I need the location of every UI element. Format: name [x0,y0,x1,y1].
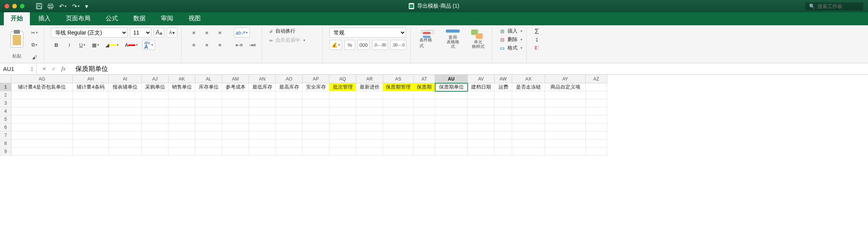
cell-AK7[interactable] [169,132,195,140]
cell-AZ1[interactable] [586,83,607,91]
cell-AJ6[interactable] [142,123,169,132]
cell-AY1[interactable]: 商品自定义项 [545,83,586,91]
font-color-button[interactable]: A▾ [123,40,140,50]
cell-AG5[interactable] [11,115,73,123]
formula-input[interactable] [72,65,868,73]
cell-AW9[interactable] [495,148,512,156]
increase-font-button[interactable]: A▴ [154,28,164,38]
cell-AY7[interactable] [545,132,586,140]
cell-styles-button[interactable]: 单元 格样式 [468,28,488,49]
cell-AJ2[interactable] [142,91,169,99]
col-header-AN[interactable]: AN [249,75,276,83]
col-header-AR[interactable]: AR [356,75,383,83]
cell-AN7[interactable] [249,132,276,140]
cell-AI6[interactable] [109,123,142,132]
cell-AS3[interactable] [383,99,414,107]
cell-AR7[interactable] [356,132,383,140]
cell-AK5[interactable] [169,115,195,123]
cell-AL5[interactable] [195,115,222,123]
cell-AY8[interactable] [545,140,586,148]
cell-AZ2[interactable] [586,91,607,99]
cell-AZ3[interactable] [586,99,607,107]
cell-AP4[interactable] [303,107,329,115]
font-size-select[interactable]: 11 [130,28,151,38]
cell-AI8[interactable] [109,140,142,148]
tab-页面布局[interactable]: 页面布局 [59,12,97,25]
underline-button[interactable]: U▾ [77,40,88,50]
cell-AK9[interactable] [169,148,195,156]
row-header-9[interactable]: 9 [0,148,11,156]
minimize-window-icon[interactable] [12,4,17,8]
cell-AT2[interactable] [414,91,435,99]
cell-AU8[interactable] [435,140,468,148]
cell-AQ5[interactable] [329,115,356,123]
increase-indent-button[interactable]: ⇥≡ [247,40,258,50]
cell-AQ7[interactable] [329,132,356,140]
cell-AP9[interactable] [303,148,329,156]
cell-AN9[interactable] [249,148,276,156]
cell-AM1[interactable]: 参考成本 [222,83,249,91]
cell-AJ5[interactable] [142,115,169,123]
cell-AT9[interactable] [414,148,435,156]
cell-AK4[interactable] [169,107,195,115]
align-right-button[interactable]: ≡ [215,40,225,50]
cell-AO5[interactable] [276,115,303,123]
cell-AR9[interactable] [356,148,383,156]
cell-AN8[interactable] [249,140,276,148]
cell-AW4[interactable] [495,107,512,115]
customize-qat-icon[interactable]: ▾ [85,3,88,10]
cell-AX8[interactable] [512,140,545,148]
print-icon[interactable] [47,3,54,9]
cell-AP7[interactable] [303,132,329,140]
cell-AR5[interactable] [356,115,383,123]
select-all-corner[interactable] [0,75,11,83]
row-header-5[interactable]: 5 [0,115,11,123]
cell-AX4[interactable] [512,107,545,115]
cell-AT4[interactable] [414,107,435,115]
cell-AQ2[interactable] [329,91,356,99]
cell-AU5[interactable] [435,115,468,123]
cell-AO9[interactable] [276,148,303,156]
col-header-AV[interactable]: AV [468,75,495,83]
cell-AI1[interactable]: 报表辅单位 [109,83,142,91]
col-header-AP[interactable]: AP [303,75,329,83]
undo-icon[interactable]: ↶▾ [59,3,67,10]
cell-AH1[interactable]: 辅计量4条码 [73,83,109,91]
cell-AL7[interactable] [195,132,222,140]
cell-AU3[interactable] [435,99,468,107]
cell-AR1[interactable]: 最新进价 [356,83,383,91]
row-header-7[interactable]: 7 [0,132,11,140]
cell-AS8[interactable] [383,140,414,148]
cell-AI9[interactable] [109,148,142,156]
col-header-AY[interactable]: AY [545,75,586,83]
autosum-button[interactable]: Σ [534,28,540,36]
insert-cells-button[interactable]: ⊞插入▾ [499,28,522,35]
cell-AP1[interactable]: 安全库存 [303,83,329,91]
cell-AY5[interactable] [545,115,586,123]
cell-AZ8[interactable] [586,140,607,148]
cell-AP8[interactable] [303,140,329,148]
col-header-AW[interactable]: AW [495,75,512,83]
cell-AM2[interactable] [222,91,249,99]
tab-开始[interactable]: 开始 [4,12,30,25]
cell-AU4[interactable] [435,107,468,115]
tab-公式[interactable]: 公式 [99,12,125,25]
border-button[interactable]: ▦▾ [90,40,101,50]
cell-AP5[interactable] [303,115,329,123]
cell-AG8[interactable] [11,140,73,148]
align-top-button[interactable]: ≡ [188,28,199,38]
col-header-AO[interactable]: AO [276,75,303,83]
cell-AX9[interactable] [512,148,545,156]
cell-AW6[interactable] [495,123,512,132]
cell-AV4[interactable] [468,107,495,115]
cell-AZ4[interactable] [586,107,607,115]
cell-AX3[interactable] [512,99,545,107]
cell-AN3[interactable] [249,99,276,107]
cell-AO8[interactable] [276,140,303,148]
cell-AT6[interactable] [414,123,435,132]
merge-center-button[interactable]: ⬌ 合并后居中 ▾ [269,37,318,44]
conditional-formatting-button[interactable]: 条件格式 [418,28,437,49]
col-header-AH[interactable]: AH [73,75,109,83]
cell-AU6[interactable] [435,123,468,132]
cell-AX7[interactable] [512,132,545,140]
